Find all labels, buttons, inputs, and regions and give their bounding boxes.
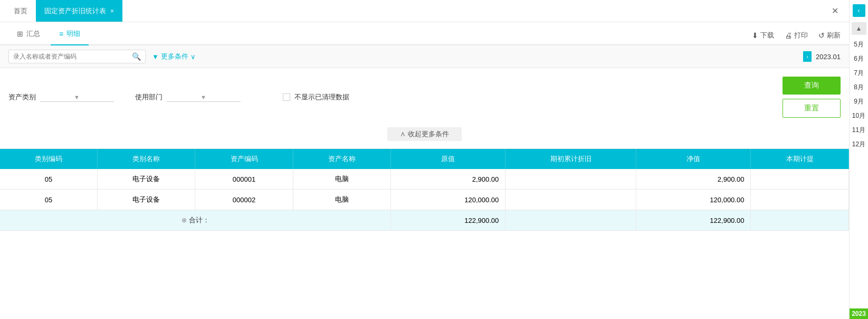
toolbar: ⬇ 下载 🖨 打印 ↺ 刷新 xyxy=(752,31,841,44)
cell-asset-name: 电脑 xyxy=(293,190,391,210)
cell-current-provision xyxy=(751,190,849,210)
search-input[interactable] xyxy=(13,53,128,60)
col-asset-code: 资产编码 xyxy=(195,149,293,169)
filter-panel: 资产类别 ▼ 使用部门 ▼ 不显示已清理数据 查询 重置 xyxy=(0,68,849,149)
department-arrow: ▼ xyxy=(201,94,206,100)
refresh-icon: ↺ xyxy=(818,31,825,40)
cell-asset-code: 000002 xyxy=(195,190,293,210)
tab-list: ⊞ 汇总 ≡ 明细 xyxy=(8,22,89,44)
cell-category-code: 05 xyxy=(0,169,97,190)
table-body: 05 电子设备 000001 电脑 2,900.00 2,900.00 05 电… xyxy=(0,169,849,231)
table-header: 类别编码 类别名称 资产编码 资产名称 原值 期初累计折旧 净值 本期计提 xyxy=(0,149,849,169)
cell-category-name: 电子设备 xyxy=(97,190,195,210)
asset-category-field: 资产类别 ▼ xyxy=(8,92,114,102)
total-icon: ⊕ xyxy=(182,217,187,224)
cell-original-value: 2,900.00 xyxy=(391,169,505,190)
home-tab[interactable]: 首页 xyxy=(5,6,36,16)
sidebar-left-arrow[interactable]: ‹ xyxy=(853,4,865,17)
col-current-provision: 本期计提 xyxy=(751,149,849,169)
table-row: 05 电子设备 000001 电脑 2,900.00 2,900.00 xyxy=(0,169,849,190)
asset-category-arrow: ▼ xyxy=(74,94,80,100)
print-icon: 🖨 xyxy=(785,31,792,40)
download-label: 下载 xyxy=(760,31,774,40)
collapse-label: ∧ 收起更多条件 xyxy=(387,127,462,141)
tab-detail-label: 明细 xyxy=(66,29,80,39)
tab-bar: ⊞ 汇总 ≡ 明细 ⬇ 下载 🖨 打印 ↺ 刷新 xyxy=(0,22,849,45)
filter-icon: ▼ xyxy=(152,53,159,61)
department-field: 使用部门 ▼ xyxy=(135,92,241,102)
search-icon[interactable]: 🔍 xyxy=(132,52,141,61)
month-9[interactable]: 9月 xyxy=(850,95,868,108)
cell-category-name: 电子设备 xyxy=(97,169,195,190)
data-table: 类别编码 类别名称 资产编码 资产名称 原值 期初累计折旧 净值 本期计提 05… xyxy=(0,149,849,231)
filter-row: 资产类别 ▼ 使用部门 ▼ 不显示已清理数据 查询 重置 xyxy=(8,77,841,118)
col-accumulated: 期初累计折旧 xyxy=(505,149,636,169)
hide-cleared-checkbox[interactable] xyxy=(283,93,290,101)
department-select[interactable]: ▼ xyxy=(167,93,241,102)
tab-summary[interactable]: ⊞ 汇总 xyxy=(8,23,49,45)
more-conditions-label: 更多条件 xyxy=(161,52,188,61)
col-category-code: 类别编码 xyxy=(0,149,97,169)
month-8[interactable]: 8月 xyxy=(850,81,868,94)
year-badge[interactable]: 2023 xyxy=(850,308,868,319)
month-10[interactable]: 10月 xyxy=(850,109,868,123)
asset-category-select[interactable]: ▼ xyxy=(40,93,114,102)
detail-icon: ≡ xyxy=(59,30,63,38)
top-nav: 首页 固定资产折旧统计表 × ✕ xyxy=(0,0,849,22)
cell-net-value: 2,900.00 xyxy=(636,169,751,190)
window-close-button[interactable]: ✕ xyxy=(821,6,849,16)
cell-original-value: 120,000.00 xyxy=(391,190,505,210)
cell-category-code: 05 xyxy=(0,190,97,210)
download-button[interactable]: ⬇ 下载 xyxy=(752,31,774,40)
filter-actions: 查询 重置 xyxy=(783,77,841,118)
total-net-value: 122,900.00 xyxy=(636,210,751,231)
month-11[interactable]: 11月 xyxy=(850,124,868,137)
col-original-value: 原值 xyxy=(391,149,505,169)
cell-asset-code: 000001 xyxy=(195,169,293,190)
summary-icon: ⊞ xyxy=(17,30,23,38)
cell-accumulated xyxy=(505,169,636,190)
department-label: 使用部门 xyxy=(135,92,163,102)
month-7[interactable]: 7月 xyxy=(850,67,868,80)
download-icon: ⬇ xyxy=(752,31,758,40)
cell-net-value: 120,000.00 xyxy=(636,190,751,210)
sidebar-up-arrow[interactable]: ▲ xyxy=(852,22,866,35)
right-sidebar: ‹ ▲ 5月 6月 7月 8月 9月 10月 11月 12月 2023 xyxy=(849,0,868,319)
total-row: ⊕ 合计： 122,900.00 122,900.00 xyxy=(0,210,849,231)
total-label-cell: ⊕ 合计： xyxy=(0,210,391,231)
refresh-button[interactable]: ↺ 刷新 xyxy=(818,31,841,40)
total-accumulated xyxy=(505,210,636,231)
total-label-text: 合计： xyxy=(189,215,209,225)
month-6[interactable]: 6月 xyxy=(850,52,868,65)
table-row: 05 电子设备 000002 电脑 120,000.00 120,000.00 xyxy=(0,190,849,210)
checkbox-field: 不显示已清理数据 xyxy=(283,92,349,102)
reset-button[interactable]: 重置 xyxy=(783,99,841,118)
tab-close-icon[interactable]: × xyxy=(110,7,114,15)
col-net-value: 净值 xyxy=(636,149,751,169)
asset-category-label: 资产类别 xyxy=(8,92,36,102)
search-input-wrapper: 🔍 xyxy=(8,50,146,63)
chevron-down-icon: ∨ xyxy=(190,53,196,61)
print-button[interactable]: 🖨 打印 xyxy=(785,31,808,40)
query-button[interactable]: 查询 xyxy=(783,77,841,95)
refresh-label: 刷新 xyxy=(827,31,841,40)
month-5[interactable]: 5月 xyxy=(850,38,868,51)
active-tab-label: 固定资产折旧统计表 xyxy=(44,6,106,16)
col-category-name: 类别名称 xyxy=(97,149,195,169)
cell-accumulated xyxy=(505,190,636,210)
month-12[interactable]: 12月 xyxy=(850,138,868,151)
tab-summary-label: 汇总 xyxy=(26,29,40,39)
tab-detail[interactable]: ≡ 明细 xyxy=(51,23,89,45)
hide-cleared-label: 不显示已清理数据 xyxy=(294,92,349,102)
cell-current-provision xyxy=(751,169,849,190)
print-label: 打印 xyxy=(794,31,808,40)
collapse-button[interactable]: ∧ 收起更多条件 xyxy=(8,124,841,144)
active-tab[interactable]: 固定资产折旧统计表 × xyxy=(36,0,122,22)
current-date: 2023.01 xyxy=(816,53,841,61)
search-bar: 🔍 ▼ 更多条件 ∨ › 2023.01 xyxy=(0,45,849,68)
cell-asset-name: 电脑 xyxy=(293,169,391,190)
sidebar-toggle-icon[interactable]: › xyxy=(803,51,812,62)
total-original-value: 122,900.00 xyxy=(391,210,505,231)
total-current-provision xyxy=(751,210,849,231)
more-conditions-button[interactable]: ▼ 更多条件 ∨ xyxy=(152,52,196,61)
